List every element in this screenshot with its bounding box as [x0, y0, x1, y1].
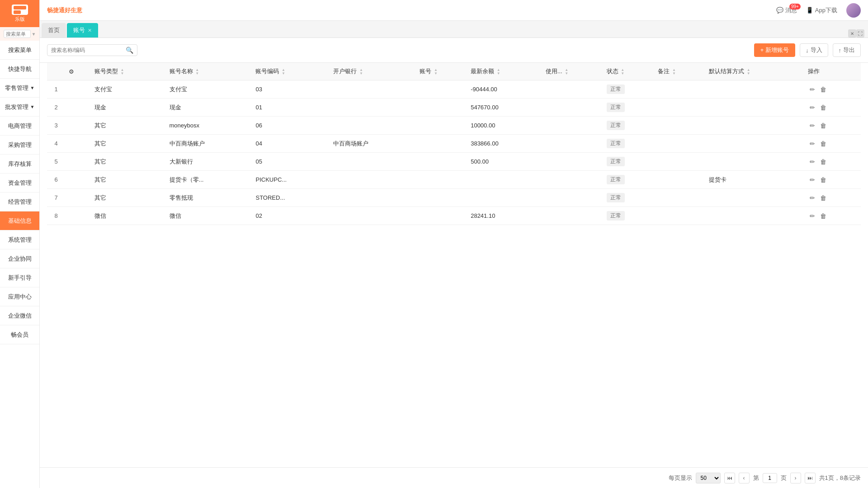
tab-maximize-btn[interactable]: ⛶	[856, 29, 864, 38]
sort-name[interactable]: ▲▼	[195, 68, 199, 75]
sidebar-dropdown-icon[interactable]: ▼	[32, 32, 36, 37]
cell-idx-3: 4	[47, 135, 65, 153]
page-size-select[interactable]: 50 100	[696, 473, 721, 483]
cell-type-0: 支付宝	[91, 80, 166, 99]
cell-gear-5	[65, 171, 91, 189]
cell-code-5: PICKUPC...	[252, 171, 330, 189]
edit-btn-1[interactable]: ✏	[808, 103, 817, 112]
sidebar-label-operations: 经营管理	[8, 198, 32, 206]
sidebar-item-capital[interactable]: 资金管理	[0, 174, 40, 192]
sort-type[interactable]: ▲▼	[121, 68, 124, 75]
cell-default-payment-0	[705, 80, 804, 99]
sidebar-item-wechat[interactable]: 企业微信	[0, 306, 40, 325]
import-button[interactable]: ↓ 导入	[800, 43, 828, 57]
sidebar-item-retail[interactable]: 零售管理▼	[0, 79, 40, 98]
gear-icon[interactable]: ⚙	[69, 68, 74, 75]
sidebar-item-wholesale[interactable]: 批发管理▼	[0, 98, 40, 117]
cell-account-0	[416, 80, 467, 99]
edit-btn-6[interactable]: ✏	[808, 193, 817, 202]
export-button[interactable]: ↑ 导出	[833, 43, 861, 57]
last-page-btn[interactable]: ⏭	[805, 473, 816, 483]
app-download-button[interactable]: 📱 App下载	[806, 6, 837, 14]
sidebar-item-system[interactable]: 系统管理	[0, 230, 40, 249]
sidebar-item-newguide[interactable]: 新手引导	[0, 268, 40, 287]
status-badge-5: 正常	[607, 175, 625, 184]
search-icon[interactable]: 🔍	[126, 47, 133, 54]
delete-btn-7[interactable]: 🗑	[818, 211, 828, 221]
col-gear[interactable]: ⚙	[65, 63, 91, 80]
cell-default-payment-6	[705, 189, 804, 207]
first-page-btn[interactable]: ⏮	[724, 473, 735, 483]
sidebar-item-ecommerce[interactable]: 电商管理	[0, 117, 40, 136]
cell-status-1: 正常	[603, 99, 655, 117]
cell-remark-1	[654, 99, 705, 117]
cell-type-4: 其它	[91, 153, 166, 171]
sidebar-item-enterprise[interactable]: 企业协同	[0, 249, 40, 268]
sidebar-search-input[interactable]	[4, 30, 31, 38]
sort-default-payment[interactable]: ▲▼	[747, 68, 750, 75]
sidebar-item-quicknav[interactable]: 快捷导航	[0, 60, 40, 79]
sort-usage[interactable]: ▲▼	[565, 68, 568, 75]
import-icon: ↓	[806, 47, 809, 54]
cell-balance-1: 547670.00	[467, 99, 542, 117]
cell-gear-3	[65, 135, 91, 153]
edit-btn-2[interactable]: ✏	[808, 121, 817, 130]
delete-btn-4[interactable]: 🗑	[818, 157, 828, 166]
cell-status-7: 正常	[603, 207, 655, 225]
sidebar-item-appcenter[interactable]: 应用中心	[0, 287, 40, 306]
edit-btn-3[interactable]: ✏	[808, 139, 817, 148]
tab-home[interactable]: 首页	[42, 23, 66, 38]
sidebar-label-member: 畅会员	[11, 331, 28, 339]
sort-account[interactable]: ▲▼	[434, 68, 438, 75]
tab-close-window-btn[interactable]: ✕	[848, 29, 856, 38]
delete-btn-3[interactable]: 🗑	[818, 139, 828, 148]
sort-remark[interactable]: ▲▼	[672, 68, 676, 75]
status-badge-3: 正常	[607, 139, 625, 148]
cell-action-0: ✏ 🗑	[804, 80, 861, 99]
edit-btn-4[interactable]: ✏	[808, 157, 817, 166]
cell-remark-5	[654, 171, 705, 189]
delete-btn-0[interactable]: 🗑	[818, 85, 828, 94]
cell-name-6: 零售抵现	[166, 189, 252, 207]
cell-bank-0	[330, 80, 416, 99]
next-page-btn[interactable]: ›	[790, 473, 801, 483]
sort-code[interactable]: ▲▼	[282, 68, 285, 75]
cell-usage-3	[542, 135, 603, 153]
prev-page-btn[interactable]: ‹	[739, 473, 750, 483]
cell-usage-0	[542, 80, 603, 99]
status-badge-0: 正常	[607, 84, 625, 94]
notification-button[interactable]: 💬 消息 99+	[776, 6, 797, 14]
tab-account[interactable]: 账号 ✕	[67, 23, 98, 38]
search-input[interactable]	[51, 47, 126, 53]
sidebar-item-search[interactable]: 搜索菜单	[0, 41, 40, 60]
sidebar-label-retail: 零售管理	[5, 84, 28, 92]
sort-balance[interactable]: ▲▼	[497, 68, 500, 75]
add-account-button[interactable]: + 新增账号	[754, 43, 795, 57]
sidebar-item-basic[interactable]: 基础信息	[0, 211, 40, 230]
cell-idx-7: 8	[47, 207, 65, 225]
tab-account-close[interactable]: ✕	[88, 28, 92, 33]
edit-btn-5[interactable]: ✏	[808, 175, 817, 184]
current-page-input[interactable]	[763, 473, 777, 483]
cell-bank-3: 中百商场账户	[330, 135, 416, 153]
table-row: 2 现金 现金 01 547670.00 正常 ✏ 🗑	[47, 99, 861, 117]
delete-btn-2[interactable]: 🗑	[818, 121, 828, 130]
cell-type-2: 其它	[91, 117, 166, 135]
cell-usage-2	[542, 117, 603, 135]
delete-btn-5[interactable]: 🗑	[818, 175, 828, 184]
edit-btn-7[interactable]: ✏	[808, 211, 817, 221]
sidebar-item-operations[interactable]: 经营管理	[0, 192, 40, 211]
status-badge-7: 正常	[607, 211, 625, 221]
edit-btn-0[interactable]: ✏	[808, 85, 817, 94]
sort-bank[interactable]: ▲▼	[359, 68, 363, 75]
delete-btn-1[interactable]: 🗑	[818, 103, 828, 112]
sidebar-item-inventory[interactable]: 库存核算	[0, 155, 40, 174]
sidebar-item-purchase[interactable]: 采购管理	[0, 136, 40, 155]
delete-btn-6[interactable]: 🗑	[818, 193, 828, 202]
cell-action-3: ✏ 🗑	[804, 135, 861, 153]
sidebar-item-member[interactable]: 畅会员	[0, 325, 40, 344]
user-avatar[interactable]	[846, 3, 861, 18]
col-status: 状态 ▲▼	[603, 63, 655, 80]
sort-status[interactable]: ▲▼	[621, 68, 624, 75]
cell-idx-4: 5	[47, 153, 65, 171]
